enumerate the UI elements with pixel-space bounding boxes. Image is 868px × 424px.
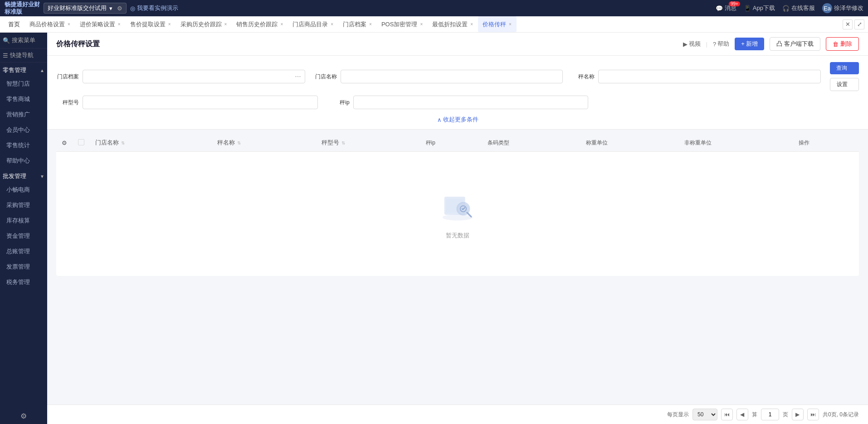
table-gear-icon[interactable]: ⚙ xyxy=(62,140,67,146)
sidebar-item-retail-stats[interactable]: 零售统计 xyxy=(0,138,47,153)
tab-home[interactable]: 首页 xyxy=(4,16,25,32)
chevron-down-icon: ▼ xyxy=(40,174,44,179)
help-link[interactable]: ? 帮助 xyxy=(713,40,729,48)
online-service-button[interactable]: 🎧 在线客服 xyxy=(782,4,815,12)
tab-close-sale-fetch[interactable]: × xyxy=(168,22,171,27)
tab-close-store-profile[interactable]: × xyxy=(369,22,372,27)
first-page-button[interactable]: ⏮ xyxy=(721,409,733,420)
settings-icon[interactable]: ⚙ xyxy=(117,5,122,12)
delete-icon: 🗑 xyxy=(833,41,839,48)
app-download-button[interactable]: 📱 App下载 xyxy=(744,4,775,12)
filter-store-name-input[interactable] xyxy=(341,70,563,83)
page-title: 价格传秤设置 xyxy=(56,39,100,49)
mobile-icon: 📱 xyxy=(744,5,751,12)
tab-store-profile[interactable]: 门店档案 × xyxy=(338,16,377,32)
delete-button[interactable]: 🗑 删除 xyxy=(826,37,859,51)
filter-scale-model: 秤型号 xyxy=(56,96,318,109)
tab-sale-history[interactable]: 销售历史价跟踪 × xyxy=(232,16,288,32)
sidebar-quick-nav[interactable]: ☰ 快捷导航 xyxy=(0,48,47,63)
th-gear[interactable]: ⚙ xyxy=(56,134,73,152)
page-number-input[interactable] xyxy=(761,409,779,420)
tab-close-price-scale[interactable]: × xyxy=(509,22,512,27)
tab-expand-button[interactable]: ⤢ xyxy=(854,19,864,29)
content-area: 价格传秤设置 ▶ 视频 | ? 帮助 + 新增 凸 客户端下载 🗑 xyxy=(47,33,868,424)
main-layout: 🔍 搜索菜单 ☰ 快捷导航 零售管理 ▲ 智慧门店 零售商城 营销推广 会员中心… xyxy=(0,33,868,424)
empty-row: 暂无数据 xyxy=(56,152,859,276)
tab-purchase-strategy[interactable]: 进价策略设置 × xyxy=(75,16,126,32)
sort-store-name-icon[interactable]: ⇅ xyxy=(121,140,125,145)
search-icon: 🔍 xyxy=(3,37,10,44)
sidebar-item-marketing[interactable]: 营销推广 xyxy=(0,107,47,122)
sidebar-item-purchase[interactable]: 采购管理 xyxy=(0,198,47,213)
prev-page-button[interactable]: ◀ xyxy=(736,409,748,420)
per-page-label: 每页显示 xyxy=(667,411,689,419)
empty-illustration xyxy=(435,188,480,224)
demo-link[interactable]: ◎ 我要看实例演示 xyxy=(130,4,178,12)
data-table: ⚙ 门店名称 ⇅ 秤名称 ⇅ xyxy=(56,134,859,276)
sidebar-section-wholesale[interactable]: 批发管理 ▼ xyxy=(0,169,47,182)
tab-close-min-discount[interactable]: × xyxy=(470,22,473,27)
sidebar-item-smart-store[interactable]: 智慧门店 xyxy=(0,76,47,92)
tab-price-scale[interactable]: 价格传秤 × xyxy=(478,16,517,32)
sidebar-item-member[interactable]: 会员中心 xyxy=(0,122,47,138)
collapse-button[interactable]: ∧ 收起更多条件 xyxy=(437,116,478,124)
th-check[interactable] xyxy=(73,134,90,152)
tab-store-catalog[interactable]: 门店商品目录 × xyxy=(288,16,338,32)
tab-close-store-catalog[interactable]: × xyxy=(331,22,333,27)
sidebar-item-xiao-dian[interactable]: 小畅电商 xyxy=(0,182,47,198)
sidebar-item-tax[interactable]: 税务管理 xyxy=(0,275,47,290)
sidebar: 🔍 搜索菜单 ☰ 快捷导航 零售管理 ▲ 智慧门店 零售商城 营销推广 会员中心… xyxy=(0,33,47,424)
last-page-button[interactable]: ⏭ xyxy=(807,409,819,420)
message-button[interactable]: 💬 消息 99+ xyxy=(716,4,736,12)
page-go-label: 页 xyxy=(783,411,788,419)
table-header-row: ⚙ 门店名称 ⇅ 秤名称 ⇅ xyxy=(56,134,859,152)
filter-scale-model-input[interactable] xyxy=(83,96,318,109)
video-link[interactable]: ▶ 视频 xyxy=(683,40,701,48)
sidebar-item-help[interactable]: 帮助中心 xyxy=(0,153,47,169)
tab-purchase-history[interactable]: 采购历史价跟踪 × xyxy=(176,16,232,32)
sidebar-item-finance[interactable]: 资金管理 xyxy=(0,228,47,244)
filter-store-profile: 门店档案 ··· xyxy=(56,70,305,83)
tab-close-pos-mgmt[interactable]: × xyxy=(420,22,423,27)
sidebar-item-invoice[interactable]: 发票管理 xyxy=(0,259,47,275)
product-name-label: 好业财标准版交付试用 xyxy=(48,4,107,12)
sidebar-item-inventory[interactable]: 库存核算 xyxy=(0,213,47,228)
sort-scale-model-icon[interactable]: ⇅ xyxy=(341,140,345,145)
tab-close-price-setting[interactable]: × xyxy=(68,22,70,27)
tab-sale-fetch[interactable]: 售价提取设置 × xyxy=(126,16,176,32)
sidebar-item-general-ledger[interactable]: 总账管理 xyxy=(0,244,47,259)
eye-icon: ◎ xyxy=(130,5,135,12)
tab-close-purchase-strategy[interactable]: × xyxy=(118,22,121,27)
th-operation: 操作 xyxy=(793,134,859,152)
sidebar-item-retail-mall[interactable]: 零售商城 xyxy=(0,92,47,107)
tab-price-setting[interactable]: 商品价格设置 × xyxy=(25,16,75,32)
setup-button[interactable]: 设置 xyxy=(830,78,859,91)
filter-scale-ip-input[interactable] xyxy=(353,96,589,109)
product-selector[interactable]: 好业财标准版交付试用 ▾ ⚙ xyxy=(44,3,127,14)
tab-pos-mgmt[interactable]: POS加密管理 × xyxy=(377,16,428,32)
top-bar: 畅捷通好业财 标准版 好业财标准版交付试用 ▾ ⚙ ◎ 我要看实例演示 💬 消息… xyxy=(0,0,868,16)
sidebar-section-retail[interactable]: 零售管理 ▲ xyxy=(0,63,47,76)
filter-scale-name-input[interactable] xyxy=(598,70,821,83)
app-logo: 畅捷通好业财 标准版 xyxy=(5,1,40,15)
select-all-checkbox[interactable] xyxy=(78,139,84,145)
per-page-select[interactable]: 50 100 200 xyxy=(692,409,717,420)
filter-scale-ip-label: 秤ip xyxy=(327,99,350,106)
add-button[interactable]: + 新增 xyxy=(735,38,764,50)
next-page-button[interactable]: ▶ xyxy=(792,409,804,420)
tab-close-purchase-history[interactable]: × xyxy=(224,22,227,27)
sidebar-search[interactable]: 🔍 搜索菜单 xyxy=(0,33,47,48)
top-bar-left: 畅捷通好业财 标准版 好业财标准版交付试用 ▾ ⚙ ◎ 我要看实例演示 xyxy=(5,1,178,15)
chevron-up-icon: ∧ xyxy=(437,116,442,123)
filter-store-profile-input[interactable]: ··· xyxy=(83,70,305,83)
query-button[interactable]: 查询 xyxy=(830,62,859,74)
tab-close-all-button[interactable]: ✕ xyxy=(843,19,853,29)
tab-close-sale-history[interactable]: × xyxy=(280,22,283,27)
ellipsis-icon[interactable]: ··· xyxy=(295,72,301,81)
user-area[interactable]: Ea 徐泽华修改 xyxy=(822,3,863,13)
sidebar-gear-icon[interactable]: ⚙ xyxy=(20,412,27,420)
sort-scale-name-icon[interactable]: ⇅ xyxy=(237,140,241,145)
download-button[interactable]: 凸 客户端下载 xyxy=(770,37,820,51)
tab-min-discount[interactable]: 最低折扣设置 × xyxy=(428,16,478,32)
svg-point-0 xyxy=(443,214,473,220)
